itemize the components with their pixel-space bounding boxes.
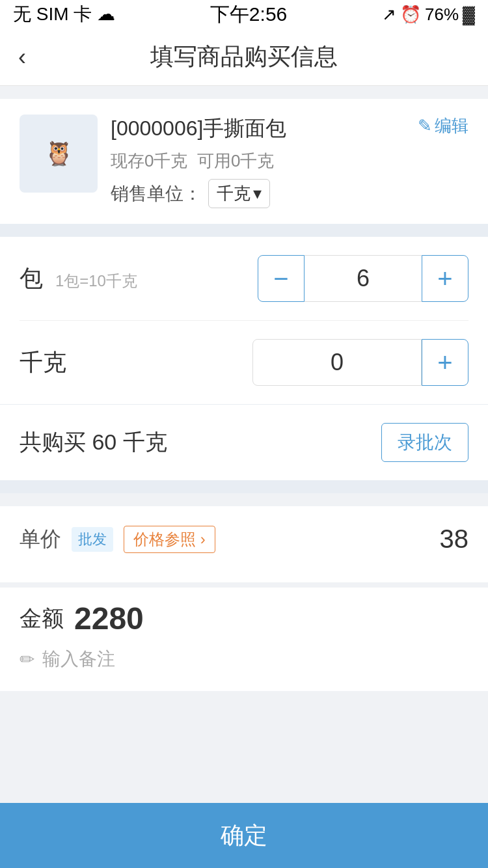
bao-input[interactable] xyxy=(305,255,422,302)
product-thumbnail: 🦉 xyxy=(20,115,98,193)
price-row: 单价 批发 价格参照 › 38 xyxy=(20,524,468,554)
bao-minus-button[interactable]: − xyxy=(258,255,305,302)
price-ref-button[interactable]: 价格参照 › xyxy=(124,526,215,553)
product-info: [0000006]手撕面包 现存0千克 可用0千克 销售单位： 千克 ▾ xyxy=(111,115,468,208)
back-button[interactable]: ‹ xyxy=(18,44,26,71)
note-placeholder: 输入备注 xyxy=(42,647,115,671)
dropdown-arrow-icon: ▾ xyxy=(253,183,262,204)
section-divider-1 xyxy=(0,224,488,237)
status-right: ↗ ⏰ 76% ▓ xyxy=(382,5,475,25)
qianke-input[interactable] xyxy=(252,339,422,386)
qianke-label: 千克 xyxy=(20,349,66,375)
page-title: 填写商品购买信息 xyxy=(150,41,338,73)
battery-icon: ▓ xyxy=(463,5,475,25)
location-icon: ↗ xyxy=(382,5,396,25)
pifa-tag: 批发 xyxy=(72,527,113,552)
note-row[interactable]: ✏ 输入备注 xyxy=(20,647,468,671)
bao-sublabel: 1包=10千克 xyxy=(55,272,137,290)
alarm-icon: ⏰ xyxy=(400,5,421,25)
product-unit-row: 销售单位： 千克 ▾ xyxy=(111,179,468,208)
bao-stepper: − + xyxy=(258,255,468,302)
bottom-spacer xyxy=(0,691,488,821)
price-value: 38 xyxy=(440,524,469,554)
qianke-label-group: 千克 xyxy=(20,347,66,379)
edit-icon: ✎ xyxy=(418,116,432,136)
battery-percent: 76% xyxy=(425,5,459,25)
sim-status: 无 SIM 卡 ☁ xyxy=(13,2,115,27)
qianke-stepper: + xyxy=(252,339,468,386)
batch-button[interactable]: 录批次 xyxy=(381,423,468,462)
price-section: 单价 批发 价格参照 › 38 xyxy=(0,506,488,582)
summary-row: 共购买 60 千克 录批次 xyxy=(0,404,488,480)
status-time: 下午2:56 xyxy=(210,1,287,28)
confirm-button[interactable]: 确定 xyxy=(0,803,488,868)
amount-section: 金额 2280 ✏ 输入备注 xyxy=(0,582,488,691)
product-name: [0000006]手撕面包 xyxy=(111,115,468,143)
amount-row: 金额 2280 xyxy=(20,601,468,636)
input-section: 包 1包=10千克 − + 千克 + xyxy=(0,237,488,404)
qianke-row: 千克 + xyxy=(20,321,468,404)
summary-text: 共购买 60 千克 xyxy=(20,427,167,457)
qianke-plus-button[interactable]: + xyxy=(422,339,468,386)
unit-label: 销售单位： xyxy=(111,182,202,206)
unit-dropdown[interactable]: 千克 ▾ xyxy=(208,179,270,208)
product-stock: 现存0千克 可用0千克 xyxy=(111,150,468,172)
nav-bar: ‹ 填写商品购买信息 xyxy=(0,29,488,86)
product-logo: 🦉 xyxy=(44,140,74,167)
section-divider-2 xyxy=(0,480,488,493)
bao-label: 包 xyxy=(20,265,43,292)
unit-price-label: 单价 xyxy=(20,525,61,554)
edit-button[interactable]: ✎ 编辑 xyxy=(418,115,468,137)
bao-plus-button[interactable]: + xyxy=(422,255,468,302)
status-left: 无 SIM 卡 ☁ xyxy=(13,2,115,27)
amount-label: 金额 xyxy=(20,604,64,634)
bao-row: 包 1包=10千克 − + xyxy=(20,237,468,321)
product-card: 🦉 [0000006]手撕面包 现存0千克 可用0千克 销售单位： 千克 ▾ ✎… xyxy=(0,99,488,224)
pencil-icon: ✏ xyxy=(20,649,34,670)
status-bar: 无 SIM 卡 ☁ 下午2:56 ↗ ⏰ 76% ▓ xyxy=(0,0,488,29)
bottom-area: 确定 xyxy=(0,803,488,868)
bao-label-group: 包 1包=10千克 xyxy=(20,263,137,295)
amount-value: 2280 xyxy=(74,601,144,636)
